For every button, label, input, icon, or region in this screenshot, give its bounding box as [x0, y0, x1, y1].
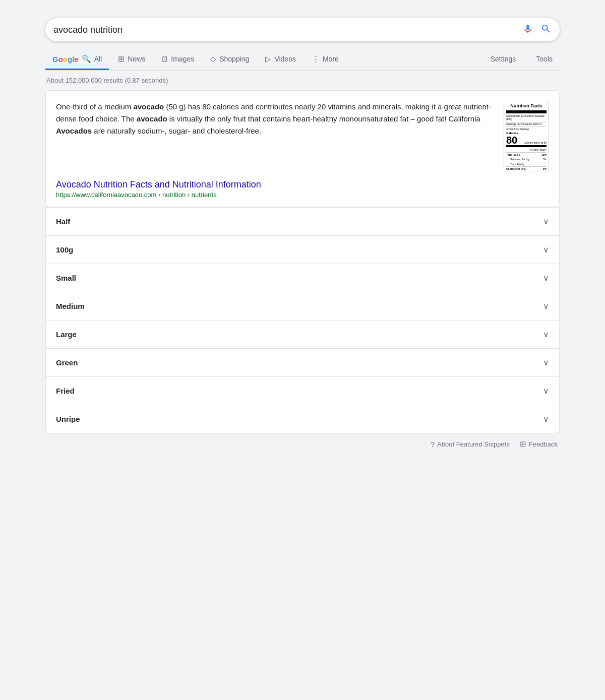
accordion-label-fried: Fried — [56, 387, 75, 395]
accordion-row-medium[interactable]: Medium ∨ — [46, 292, 559, 320]
accordion-label-green: Green — [56, 358, 78, 367]
tab-shopping-label: Shopping — [219, 55, 249, 63]
feedback-label: Feedback — [529, 440, 558, 448]
accordion-label-unripe: Unripe — [56, 415, 80, 423]
snippet-text: One-third of a medium avocado (50 g) has… — [56, 101, 496, 171]
accordion-row-small[interactable]: Small ∨ — [46, 264, 559, 292]
search-bar: avocado nutrition — [45, 18, 560, 41]
accordion-label-small: Small — [56, 274, 76, 282]
news-icon: ⊞ — [118, 54, 125, 63]
accordion-row-green[interactable]: Green ∨ — [46, 348, 559, 376]
magnify-icon: 🔍 — [82, 54, 91, 63]
tab-videos-label: Videos — [274, 55, 296, 63]
chevron-icon-small: ∨ — [543, 273, 549, 283]
tab-tools[interactable]: Tools — [529, 50, 560, 70]
accordion-row-half[interactable]: Half ∨ — [46, 207, 559, 235]
accordion-row-large[interactable]: Large ∨ — [46, 320, 559, 348]
tab-news-label: News — [128, 55, 145, 63]
nav-tabs: Google 🔍 All ⊞ News ⊡ Images ◇ Shopping … — [45, 49, 560, 71]
info-icon: ? — [431, 440, 435, 449]
footer-bar: ? About Featured Snippets ⊞ Feedback — [45, 433, 560, 451]
page-wrapper: avocado nutrition Google — [45, 10, 560, 690]
accordion-row-unripe[interactable]: Unripe ∨ — [46, 405, 559, 433]
results-count: About 152,000,000 results (0.87 seconds) — [45, 77, 560, 84]
accordion-label-medium: Medium — [56, 302, 85, 310]
chevron-icon-half: ∨ — [543, 217, 549, 226]
all-tab-icon: Google — [52, 55, 79, 63]
snippets-label: About Featured Snippets — [437, 440, 510, 448]
tab-videos[interactable]: ▷ Videos — [258, 49, 303, 70]
tab-more[interactable]: ⋮ More — [305, 49, 346, 70]
accordion-row-fried[interactable]: Fried ∨ — [46, 376, 559, 405]
mic-icon[interactable] — [522, 23, 533, 36]
tab-more-label: More — [323, 55, 339, 63]
tab-all-label: All — [94, 55, 102, 63]
tab-all[interactable]: Google 🔍 All — [45, 49, 109, 70]
search-icons — [522, 23, 552, 36]
accordion-label-100g: 100g — [56, 245, 73, 254]
tools-label: Tools — [536, 55, 553, 63]
results-count-text: About 152,000,000 results (0.87 seconds) — [46, 77, 168, 84]
more-icon: ⋮ — [312, 54, 320, 63]
accordion-row-100g[interactable]: 100g ∨ — [46, 235, 559, 264]
snippet-source: Avocado Nutrition Facts and Nutritional … — [56, 179, 549, 199]
tab-shopping[interactable]: ◇ Shopping — [203, 49, 256, 70]
images-icon: ⊡ — [161, 54, 168, 63]
chevron-icon-100g: ∨ — [543, 245, 549, 254]
chevron-icon-unripe: ∨ — [543, 414, 549, 424]
tab-images-label: Images — [171, 55, 194, 63]
accordion-container: Half ∨ 100g ∨ Small ∨ Medium ∨ Large ∨ G… — [45, 207, 560, 433]
snippet-card: One-third of a medium avocado (50 g) has… — [45, 90, 560, 207]
chevron-icon-medium: ∨ — [543, 301, 549, 311]
tab-settings[interactable]: Settings — [483, 50, 523, 70]
search-icon[interactable] — [540, 23, 552, 36]
tab-images[interactable]: ⊡ Images — [154, 49, 201, 70]
snippet-content: One-third of a medium avocado (50 g) has… — [56, 101, 549, 171]
accordion-label-half: Half — [56, 217, 70, 226]
chevron-icon-green: ∨ — [543, 358, 549, 367]
snippet-url: https://www.californiaavocado.com › nutr… — [56, 191, 549, 199]
nutrition-label-image: Nutrition Facts Serving Size 1/3 medium … — [504, 101, 549, 171]
featured-snippets-link[interactable]: ? About Featured Snippets — [431, 440, 510, 449]
feedback-icon: ⊞ — [520, 439, 526, 449]
tab-news[interactable]: ⊞ News — [111, 49, 152, 70]
shopping-icon: ◇ — [210, 54, 216, 63]
search-input[interactable]: avocado nutrition — [53, 25, 522, 35]
snippet-link[interactable]: Avocado Nutrition Facts and Nutritional … — [56, 179, 261, 189]
feedback-link[interactable]: ⊞ Feedback — [520, 439, 558, 449]
accordion-label-large: Large — [56, 330, 77, 339]
chevron-icon-large: ∨ — [543, 330, 549, 339]
settings-label: Settings — [491, 55, 516, 63]
chevron-icon-fried: ∨ — [543, 386, 549, 396]
videos-icon: ▷ — [265, 54, 271, 63]
